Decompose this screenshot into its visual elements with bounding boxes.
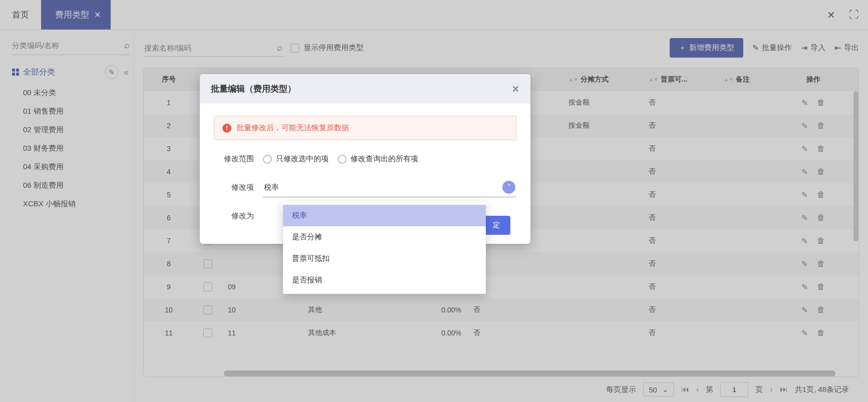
value-label: 修改为 [214,211,254,221]
dropdown-item[interactable]: 是否分摊 [283,226,486,248]
scope-row: 修改范围 只修改选中的项 修改查询出的所有项 [214,154,516,164]
radio-icon [338,155,347,164]
scope-selected-radio[interactable]: 只修改选中的项 [263,154,329,164]
field-select[interactable]: 税率 ˄ [263,178,516,197]
scope-opt1-label: 只修改选中的项 [276,154,329,164]
field-row: 修改项 税率 ˄ [214,178,516,197]
scope-all-radio[interactable]: 修改查询出的所有项 [338,154,418,164]
modal-header: 批量编辑（费用类型） ✕ [200,74,530,104]
scope-opt2-label: 修改查询出的所有项 [351,154,418,164]
warning-icon: ! [222,124,231,133]
dropdown-item[interactable]: 普票可抵扣 [283,248,486,269]
field-select-value: 税率 [264,183,502,192]
scope-label: 修改范围 [214,154,254,164]
warning-text: 批量修改后，可能无法恢复原数据 [236,123,349,133]
chevron-up-icon[interactable]: ˄ [502,181,515,194]
field-label: 修改项 [214,183,254,192]
modal-title: 批量编辑（费用类型） [211,83,296,95]
warning-box: ! 批量修改后，可能无法恢复原数据 [214,116,516,140]
dropdown-item[interactable]: 是否报销 [283,269,486,291]
radio-icon [263,155,272,164]
confirm-button[interactable]: 定 [482,216,510,235]
field-dropdown: 税率是否分摊普票可抵扣是否报销 [283,202,486,294]
dropdown-item[interactable]: 税率 [283,205,486,226]
close-icon[interactable]: ✕ [512,84,519,95]
